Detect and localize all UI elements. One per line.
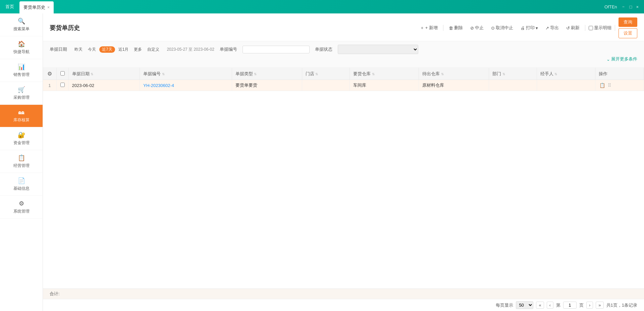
col-settings[interactable]: ⚙ (43, 68, 56, 80)
sidebar-item-basic-info-label: 基础信息 (13, 186, 30, 191)
date-filter-label: 单据日期 (50, 46, 67, 52)
col-type-label: 单据类型 (235, 71, 253, 76)
date-filter-buttons: 昨天 今天 近7天 近1月 更多 自定义 (72, 46, 161, 53)
date-btn-yesterday[interactable]: 昨天 (72, 46, 85, 53)
stop-label: 中止 (475, 25, 484, 31)
row-op-more-icon[interactable]: ⠿ (608, 83, 611, 88)
col-handler[interactable]: 经手人 ⇅ (537, 68, 595, 80)
query-button[interactable]: 查询 (619, 17, 637, 27)
col-date[interactable]: 单据日期 ⇅ (68, 68, 140, 80)
sidebar-item-purchase-mgmt[interactable]: 🛒 采购管理 (0, 82, 43, 105)
settings-gear-icon: ⚙ (47, 71, 52, 77)
sidebar-item-ops-mgmt[interactable]: 📋 经营管理 (0, 150, 43, 173)
col-number[interactable]: 单据编号 ⇅ (140, 68, 232, 80)
brand-label: OfTEn (604, 4, 617, 9)
page-suffix: 页 (579, 302, 584, 308)
page-prev-btn[interactable]: ‹ (547, 302, 553, 309)
purchase-mgmt-icon: 🛒 (18, 86, 25, 93)
row-operations: 📋 ⠿ (595, 80, 644, 91)
page-next-btn[interactable]: › (586, 302, 593, 309)
total-label: 合计: (50, 291, 60, 297)
print-dropdown-icon: ▾ (536, 26, 538, 31)
col-date-label: 单据日期 (72, 71, 90, 76)
table-body: 1 2023-06-02 YH-20230602-4 要货单要货 车间库 原材料… (43, 80, 644, 91)
page-size-select[interactable]: 50 100 (516, 301, 533, 309)
window-minimize[interactable]: － (621, 4, 626, 10)
sidebar: 🔍 搜索菜单 🏠 快捷导航 📊 销售管理 🛒 采购管理 🏘 库存核算 🔐 资金管… (0, 13, 43, 311)
col-number-sort-icon: ⇅ (162, 72, 165, 76)
row-handler (537, 80, 595, 91)
print-label: 打印 (526, 25, 535, 31)
col-type-sort-icon: ⇅ (254, 72, 257, 76)
tab-active[interactable]: 要货单历史 × (19, 1, 54, 13)
col-checkbox (56, 68, 68, 80)
setting-button[interactable]: 设置 (619, 28, 637, 38)
sidebar-item-sales-mgmt[interactable]: 📊 销售管理 (0, 59, 43, 82)
sidebar-item-finance-mgmt[interactable]: 🔐 资金管理 (0, 127, 43, 150)
new-button[interactable]: ＋ + 新增 (418, 24, 440, 32)
table-row: 1 2023-06-02 YH-20230602-4 要货单要货 车间库 原材料… (43, 80, 644, 91)
sidebar-item-sys-mgmt[interactable]: ⚙ 系统管理 (0, 196, 43, 219)
row-checkbox[interactable] (60, 83, 65, 87)
order-no-input[interactable] (243, 46, 310, 53)
col-store[interactable]: 门店 ⇅ (302, 68, 350, 80)
page-label: 第 (556, 302, 560, 308)
filter-row-1: 单据日期 昨天 今天 近7天 近1月 更多 自定义 2023-05-27 至 2… (50, 45, 637, 54)
row-date: 2023-06-02 (68, 80, 140, 91)
window-close[interactable]: × (636, 4, 639, 9)
tab-close-icon[interactable]: × (47, 5, 50, 10)
expand-more-btn[interactable]: ⌄ 展开更多条件 (606, 56, 637, 62)
sidebar-item-basic-info[interactable]: 📄 基础信息 (0, 173, 43, 196)
date-btn-more[interactable]: 更多 (132, 46, 144, 53)
export-button[interactable]: ↗ 导出 (543, 24, 561, 32)
status-label: 单据状态 (315, 46, 332, 52)
delete-button[interactable]: 🗑 删除 (447, 24, 465, 32)
sidebar-item-search-menu-label: 搜索菜单 (13, 26, 30, 32)
refresh-button[interactable]: ↺ 刷新 (564, 24, 582, 32)
col-type[interactable]: 单据类型 ⇅ (232, 68, 302, 80)
sidebar-item-search-menu[interactable]: 🔍 搜索菜单 (0, 13, 43, 36)
sidebar-item-inventory-calc-label: 库存核算 (13, 117, 30, 123)
cancel-stop-button[interactable]: ⊙ 取消中止 (489, 24, 515, 32)
print-button[interactable]: 🖨 打印 ▾ (519, 24, 540, 32)
export-label: 导出 (550, 25, 559, 31)
page-last-btn[interactable]: » (596, 302, 603, 309)
export-icon: ↗ (545, 26, 549, 31)
status-select[interactable] (338, 45, 418, 54)
stop-button[interactable]: ⊘ 中止 (468, 24, 486, 32)
query-setting-buttons: 查询 设置 (619, 17, 637, 38)
window-maximize[interactable]: □ (630, 4, 632, 9)
divider-3 (615, 25, 615, 31)
inventory-calc-icon: 🏘 (18, 109, 24, 116)
row-type: 要货单要货 (232, 80, 302, 91)
sidebar-item-inventory-calc[interactable]: 🏘 库存核算 (0, 105, 43, 127)
sidebar-item-quick-nav[interactable]: 🏠 快捷导航 (0, 36, 43, 59)
tab-home[interactable]: 首页 (0, 0, 19, 13)
col-number-label: 单据编号 (143, 71, 161, 76)
select-all-checkbox[interactable] (60, 71, 65, 76)
sidebar-item-quick-nav-label: 快捷导航 (13, 49, 30, 55)
date-btn-7days[interactable]: 近7天 (99, 46, 115, 53)
current-page-input[interactable] (563, 302, 577, 309)
refresh-label: 刷新 (571, 25, 580, 31)
col-req-warehouse[interactable]: 要货仓库 ⇅ (350, 68, 419, 80)
row-number[interactable]: YH-20230602-4 (140, 80, 232, 91)
display-cell-checkbox[interactable] (589, 26, 593, 30)
date-btn-custom[interactable]: 自定义 (145, 46, 161, 53)
pagination-bar: 每页显示 50 100 « ‹ 第 页 › » 共1页，1条记录 (43, 299, 644, 311)
col-pending-warehouse-label: 待出仓库 (422, 71, 440, 76)
row-number-link[interactable]: YH-20230602-4 (143, 83, 174, 88)
row-op-view-icon[interactable]: 📋 (599, 83, 605, 88)
col-dept[interactable]: 部门 ⇅ (489, 68, 537, 80)
date-btn-1month[interactable]: 近1月 (116, 46, 131, 53)
ops-mgmt-icon: 📋 (18, 154, 25, 162)
new-label: + 新增 (425, 25, 438, 31)
total-info: 共1页，1条记录 (606, 302, 637, 308)
sales-mgmt-icon: 📊 (18, 63, 25, 71)
col-date-sort-icon: ⇅ (91, 72, 93, 76)
date-btn-today[interactable]: 今天 (86, 46, 98, 53)
page-first-btn[interactable]: « (536, 302, 544, 309)
search-menu-icon: 🔍 (18, 17, 25, 25)
col-pending-warehouse[interactable]: 待出仓库 ⇅ (419, 68, 489, 80)
row-index: 1 (43, 80, 56, 91)
